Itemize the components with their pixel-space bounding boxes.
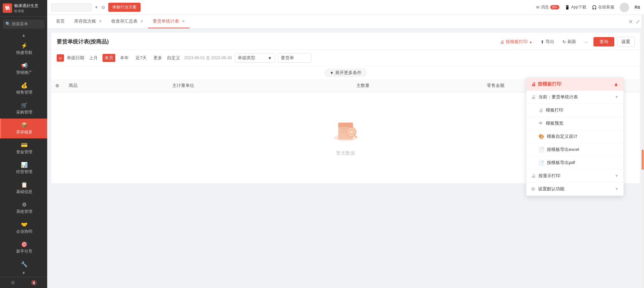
sidebar-item-marketing[interactable]: 📢 营销推广	[0, 59, 47, 79]
page-title: 要货单统计表(按商品)	[57, 38, 109, 45]
top-search-input[interactable]	[51, 3, 92, 11]
sidebar: 畅 畅康通好生意 标准版 🔍 搜索菜单 ▲ ⚡ 快捷导航 📢 营销推广 💰 销售…	[0, 0, 47, 288]
app-version: 标准版	[14, 9, 38, 13]
more-icon: ···	[584, 39, 588, 44]
date-7days-button[interactable]: 近7天	[134, 54, 149, 62]
refresh-button[interactable]: ↻ 刷新	[560, 37, 579, 46]
svg-rect-7	[341, 131, 345, 132]
sidebar-item-label: 基础信息	[16, 189, 32, 195]
col-product: 商品	[65, 79, 168, 92]
sales-icon: 💰	[21, 82, 28, 89]
trial-button[interactable]: 体验行业方案	[108, 3, 141, 12]
sidebar-item-finance[interactable]: 💳 资金管理	[0, 138, 47, 158]
settings-button[interactable]: 设置	[617, 37, 635, 47]
right-scrollbar[interactable]	[641, 15, 644, 288]
inventory-icon: 📦	[21, 122, 28, 128]
settings-bottom-button[interactable]: ⚙	[11, 280, 15, 285]
print-button[interactable]: 🖨 按模板打印 ▲	[497, 37, 535, 46]
print-dropdown: 🖨 按模板打印 ▲ 🖨 当前：要货单统计表 ▼ 🖨 模板打印	[526, 77, 624, 196]
print-dropdown-close-button[interactable]: ▲	[613, 81, 619, 87]
empty-icon	[329, 113, 362, 146]
export-button[interactable]: ⬆ 导出	[538, 37, 557, 46]
export-excel-left: 📄 按模板导出excel	[538, 147, 579, 153]
date-this-month-button[interactable]: 本月	[103, 54, 115, 62]
export-excel-icon: 📄	[538, 147, 544, 152]
print-dropdown-template-preview[interactable]: 👁 模板预览	[526, 117, 623, 130]
close-tab-button[interactable]: ✕	[628, 19, 633, 25]
service-label: 在线客服	[598, 4, 614, 10]
sidebar-item-guide[interactable]: 🎯 新手引导	[0, 238, 47, 258]
search-menu-button[interactable]: 🔍 搜索菜单	[3, 20, 45, 29]
sidebar-item-operation[interactable]: 📊 经营管理	[0, 158, 47, 178]
sidebar-item-quick-nav[interactable]: ⚡ 快捷导航	[0, 39, 47, 59]
sidebar-item-basic[interactable]: 📋 基础信息	[0, 178, 47, 198]
sidebar-item-appstore[interactable]: 🔧 应用中心	[0, 258, 47, 269]
top-bar-right: ✉ 消息 99+ 📱 App下载 🎧 在线客服 Rit	[536, 3, 640, 12]
empty-text: 暂无数据	[336, 150, 355, 156]
col-quantity: 主数量	[352, 79, 483, 92]
scroll-up-button[interactable]: ▲	[0, 31, 47, 39]
avatar[interactable]	[620, 3, 629, 12]
tab-receipt-summary-label: 收发存汇总表	[111, 18, 138, 24]
logo-icon: 畅	[3, 3, 12, 13]
expand-more-button[interactable]: ▼ 展开更多条件	[324, 68, 367, 77]
topbar-gear-icon[interactable]: ⚙	[101, 5, 106, 10]
online-service-button[interactable]: 🎧 在线客服	[592, 4, 614, 10]
sidebar-item-sales[interactable]: 💰 销售管理	[0, 79, 47, 99]
maximize-button[interactable]: ⤢	[636, 19, 640, 25]
mute-button[interactable]: 🔇	[31, 280, 37, 285]
message-button[interactable]: ✉ 消息 99+	[536, 4, 559, 10]
print-dropdown-header: 🖨 按模板打印 ▲	[526, 78, 623, 91]
scroll-down-button[interactable]: ▼	[0, 269, 47, 277]
current-item-left: 🖨 当前：要货单统计表	[531, 94, 578, 100]
tab-receipt-summary-close[interactable]: ✕	[140, 19, 143, 24]
sidebar-item-purchase[interactable]: 🛒 采购管理	[0, 99, 47, 119]
table-settings-icon[interactable]: ⚙	[55, 83, 59, 88]
print-dropdown-template-design[interactable]: 🎨 模板自定义设计	[526, 130, 623, 143]
print-dropdown-current[interactable]: 🖨 当前：要货单统计表 ▼	[526, 91, 623, 104]
type-select-chevron-icon: ▼	[268, 56, 272, 61]
sidebar-item-label: 系统管理	[16, 209, 32, 215]
sidebar-item-system[interactable]: ⚙ 系统管理	[0, 198, 47, 218]
collab-icon: 🤝	[21, 221, 28, 228]
more-action-button[interactable]: ···	[582, 38, 591, 46]
print-dropdown-export-pdf[interactable]: 📄 按模板导出pdf	[526, 156, 623, 169]
print-dropdown-export-excel[interactable]: 📄 按模板导出excel	[526, 143, 623, 156]
sidebar-item-label: 销售管理	[16, 90, 32, 95]
date-more-button[interactable]: 更多	[151, 54, 164, 62]
default-setting-arrow: ▼	[615, 187, 619, 191]
operation-icon: 📊	[21, 162, 28, 168]
system-icon: ⚙	[22, 201, 27, 208]
date-this-year-button[interactable]: 本年	[118, 54, 131, 62]
query-button[interactable]: 查询	[593, 37, 614, 46]
print-label: 按模板打印	[506, 39, 528, 45]
app-download-button[interactable]: 📱 App下载	[565, 4, 586, 10]
order-filter-input[interactable]: 要货单	[278, 53, 312, 63]
sidebar-item-collab[interactable]: 🤝 企业协同	[0, 218, 47, 238]
current-item-arrow: ▼	[615, 95, 619, 99]
export-pdf-icon: 📄	[538, 160, 544, 165]
tab-home[interactable]: 首页	[51, 15, 69, 28]
export-icon: ⬆	[540, 39, 544, 44]
tab-receipt-summary[interactable]: 收发存汇总表 ✕	[107, 15, 148, 28]
export-pdf-label: 按模板导出pdf	[547, 160, 575, 166]
search-icon: 🔍	[5, 22, 10, 26]
tab-inventory-batch-close[interactable]: ✕	[99, 19, 102, 24]
tab-order-stat-close[interactable]: ✕	[182, 19, 185, 24]
topbar-chevron-icon[interactable]: ▼	[94, 5, 98, 10]
tab-inventory-batch[interactable]: 库存批次账 ✕	[69, 15, 107, 28]
type-filter-select[interactable]: 单据类型 ▼	[235, 53, 275, 63]
sidebar-item-inventory[interactable]: 📦 库存核算	[0, 119, 47, 138]
print-dropdown-default-setting[interactable]: ⚙ 设置默认功能 ▼	[526, 183, 623, 196]
page-actions: 🖨 按模板打印 ▲ ⬆ 导出 ↻ 刷新 ··· 查询	[497, 37, 635, 47]
filter-expand-button[interactable]: »	[57, 54, 64, 62]
template-preview-icon: 👁	[538, 121, 543, 126]
date-custom-button[interactable]: 自定义	[167, 55, 180, 61]
sidebar-item-label: 快捷导航	[16, 50, 32, 56]
print-dropdown-template-print[interactable]: 🖨 模板打印	[526, 104, 623, 117]
print-dropdown-display-print[interactable]: 🖨 按显示打印 ▼	[526, 169, 623, 183]
page-header: 要货单统计表(按商品) 🖨 按模板打印 ▲ ⬆ 导出 ↻ 刷新	[51, 33, 640, 50]
date-last-month-button[interactable]: 上月	[87, 54, 100, 62]
tab-order-stat[interactable]: 要货单统计表 ✕	[148, 15, 189, 28]
tab-order-stat-label: 要货单统计表	[153, 18, 179, 24]
